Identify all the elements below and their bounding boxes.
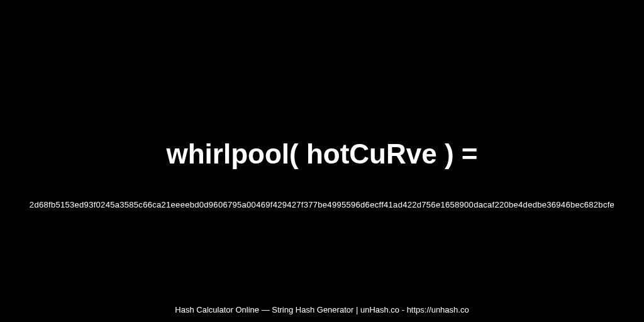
main-content: whirlpool( hotCuRve ) = 2d68fb5153ed93f0…: [0, 0, 644, 322]
footer-separator: -: [399, 305, 407, 314]
footer-text: Hash Calculator Online — String Hash Gen…: [175, 305, 360, 314]
hash-expression: whirlpool( hotCuRve ) =: [167, 138, 478, 170]
hash-output: 2d68fb5153ed93f0245a3585c66ca21eeeebd0d9…: [30, 200, 614, 209]
footer: Hash Calculator Online — String Hash Gen…: [0, 305, 644, 314]
footer-link-site[interactable]: unHash.co: [360, 305, 399, 314]
footer-link-url[interactable]: https://unhash.co: [407, 305, 469, 314]
